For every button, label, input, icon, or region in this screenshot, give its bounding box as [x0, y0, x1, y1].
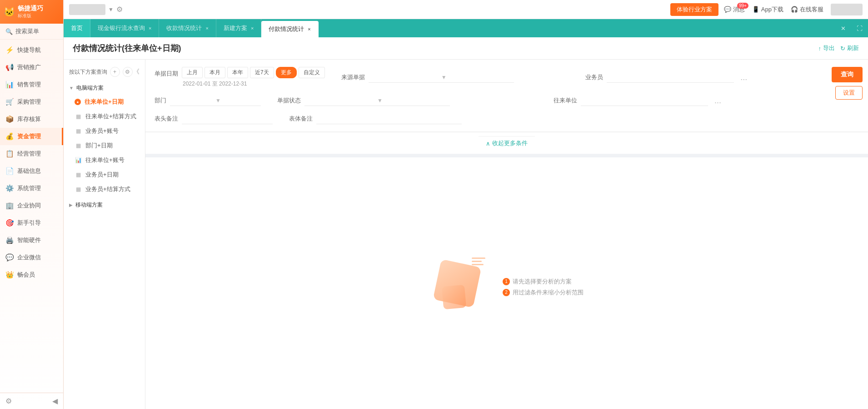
- sidebar-item-inventory[interactable]: 📦 库存核算: [0, 111, 63, 128]
- sidebar-item-label: 采购管理: [17, 98, 41, 106]
- app-download-btn[interactable]: 📱 App下载: [752, 5, 783, 14]
- sidebar-item-member[interactable]: 👑 畅会员: [0, 266, 63, 283]
- scheme-item-staff-settle[interactable]: ▦ 业务员+结算方式: [64, 182, 145, 197]
- scheme-item-staff-account[interactable]: ▦ 业务员+账号: [64, 124, 145, 138]
- staff-dots[interactable]: ...: [740, 73, 747, 81]
- tab-receipt-stat-close[interactable]: ×: [205, 25, 208, 31]
- source-filter-label: 来源单据: [341, 73, 365, 81]
- empty-step-1: 1 请先选择要分析的方案: [503, 278, 584, 286]
- sidebar-item-enterprise[interactable]: 🏢 企业协同: [0, 197, 63, 214]
- empty-area: 1 请先选择要分析的方案 2 用过滤条件来缩小分析范围: [145, 157, 868, 409]
- scheme-add-btn[interactable]: +: [110, 67, 120, 77]
- scheme-mobile-group-title[interactable]: ▶ 移动端方案: [64, 198, 145, 212]
- sidebar-item-label: 企业协同: [17, 202, 41, 210]
- scheme-pc-group-title[interactable]: ▼ 电脑端方案: [64, 81, 145, 95]
- step2-num: 2: [503, 289, 510, 296]
- scheme-panel: 按以下方案查询 + ⚙ 《 ▼ 电脑端方案: [64, 60, 145, 409]
- date-btn-last-month[interactable]: 上月: [182, 67, 203, 78]
- sidebar-item-purchase[interactable]: 🛒 采购管理: [0, 93, 63, 111]
- header-note-label: 表头备注: [155, 115, 178, 123]
- date-btn-more[interactable]: 更多: [276, 67, 297, 78]
- collapse-btn[interactable]: ∧ 收起更多条件: [479, 136, 535, 150]
- filter-row-3: 表头备注 表体备注: [155, 113, 813, 124]
- sidebar-item-label: 经营管理: [17, 150, 41, 158]
- query-btn[interactable]: 查询: [832, 67, 863, 82]
- tab-receipt-stat-label: 收款情况统计: [166, 24, 202, 32]
- sidebar-settings-btn[interactable]: ⚙: [5, 397, 12, 405]
- online-service-btn[interactable]: 🎧 在线客服: [791, 5, 823, 14]
- scheme-item-unit-date[interactable]: ● 往来单位+日期: [64, 95, 145, 109]
- scheme-item-unit-account[interactable]: 📊 往来单位+账号: [64, 153, 145, 167]
- sidebar-item-sales[interactable]: 📊 销售管理: [0, 76, 63, 93]
- logo-icon: 🐱: [4, 6, 15, 17]
- tab-new-scheme[interactable]: 新建方案 ×: [216, 19, 261, 37]
- refresh-btn[interactable]: ↻ 刷新: [840, 44, 859, 52]
- sidebar-item-system[interactable]: ⚙️ 系统管理: [0, 180, 63, 197]
- sidebar-item-marketing[interactable]: 📢 营销推广: [0, 59, 63, 76]
- inventory-icon: 📦: [5, 115, 14, 123]
- partner-dots[interactable]: ...: [714, 96, 721, 105]
- operation-icon: 📋: [5, 150, 14, 158]
- scheme-panel-header: 按以下方案查询 + ⚙ 《: [64, 64, 145, 80]
- scheme-item-staff-date[interactable]: ▦ 业务员+日期: [64, 167, 145, 182]
- sidebar-search[interactable]: 🔍 搜索菜单: [0, 24, 63, 40]
- sidebar-item-label: 智能硬件: [17, 236, 41, 244]
- doc-status-select[interactable]: ▼: [304, 96, 450, 106]
- source-select[interactable]: ▼: [369, 72, 514, 83]
- mobile-group-label: 移动端方案: [75, 201, 103, 209]
- finance-icon: 💰: [5, 132, 14, 141]
- basic-icon: 📄: [5, 167, 14, 175]
- sidebar-item-finance[interactable]: 💰 资金管理: [0, 128, 63, 145]
- dept-select[interactable]: ▼: [170, 96, 261, 106]
- partner-filter-label: 往来单位: [554, 96, 577, 105]
- filter-main: 单据日期 上月 本月 本年 近7天 更多 自定义: [145, 60, 823, 131]
- export-btn[interactable]: ↑ 导出: [818, 44, 835, 52]
- scheme-settings-btn[interactable]: ⚙: [123, 67, 133, 77]
- step2-text: 用过滤条件来缩小分析范围: [513, 288, 584, 297]
- scheme-collapse-btn[interactable]: 《: [133, 68, 140, 76]
- sidebar-item-operation[interactable]: 📋 经营管理: [0, 145, 63, 162]
- filter-settings-btn[interactable]: 设置: [835, 86, 863, 100]
- sidebar-item-guide[interactable]: 🎯 新手引导: [0, 214, 63, 232]
- tab-new-scheme-close[interactable]: ×: [251, 25, 254, 31]
- tab-payment-stat[interactable]: 付款情况统计 ×: [261, 21, 318, 37]
- tab-payment-stat-close[interactable]: ×: [308, 26, 310, 32]
- topbar-settings-icon[interactable]: ⚙: [116, 5, 123, 14]
- partner-input[interactable]: [581, 95, 708, 106]
- quick-nav-icon: ⚡: [5, 46, 14, 54]
- message-badge: 99+: [737, 3, 748, 9]
- filter-actions: 查询 设置: [823, 60, 868, 131]
- tab-home[interactable]: 首页: [64, 19, 90, 37]
- header-note-input[interactable]: [182, 113, 273, 124]
- tabbar-expand-btn[interactable]: ⛶: [851, 19, 868, 37]
- scheme-item-dept-date[interactable]: ▦ 部门+日期: [64, 138, 145, 153]
- date-btn-last-7[interactable]: 近7天: [250, 67, 274, 78]
- user-info-btn[interactable]: [831, 4, 863, 15]
- tab-bank-flow[interactable]: 现金银行流水查询 ×: [90, 19, 159, 37]
- scheme-item-label: 往来单位+结算方式: [85, 112, 136, 121]
- trial-btn[interactable]: 体验行业方案: [670, 3, 718, 16]
- tabbar-close-btn[interactable]: ✕: [835, 19, 851, 37]
- scheme-item-unit-settle[interactable]: ▦ 往来单位+结算方式: [64, 109, 145, 124]
- sidebar-item-quick-nav[interactable]: ⚡ 快捷导航: [0, 41, 63, 59]
- staff-account-icon: ▦: [75, 127, 82, 135]
- pc-group-arrow: ▼: [69, 86, 74, 91]
- sidebar-collapse-btn[interactable]: ◀: [52, 397, 58, 405]
- sidebar-item-basic[interactable]: 📄 基础信息: [0, 162, 63, 180]
- tab-receipt-stat[interactable]: 收款情况统计 ×: [159, 19, 216, 37]
- date-range-display: 2022-01-01 至 2022-12-31: [182, 80, 325, 88]
- tab-payment-stat-label: 付款情况统计: [269, 25, 304, 33]
- sidebar-item-wechat[interactable]: 💬 企业微信: [0, 249, 63, 266]
- date-btn-this-year[interactable]: 本年: [227, 67, 248, 78]
- sidebar-item-hardware[interactable]: 🖨️ 智能硬件: [0, 232, 63, 249]
- topbar: ▼ ⚙ 体验行业方案 💬 消息 99+ 📱 App下载 🎧 在线客服: [64, 0, 868, 19]
- message-btn[interactable]: 💬 消息 99+: [724, 5, 745, 14]
- date-btn-custom[interactable]: 自定义: [299, 67, 325, 78]
- topbar-dropdown-arrow[interactable]: ▼: [108, 6, 114, 13]
- tabbar-spacer: [319, 19, 835, 37]
- refresh-label: 刷新: [847, 44, 859, 52]
- body-note-input[interactable]: [316, 113, 462, 124]
- tab-bank-flow-close[interactable]: ×: [149, 25, 151, 31]
- date-btn-this-month[interactable]: 本月: [205, 67, 225, 78]
- staff-input[interactable]: [607, 72, 734, 83]
